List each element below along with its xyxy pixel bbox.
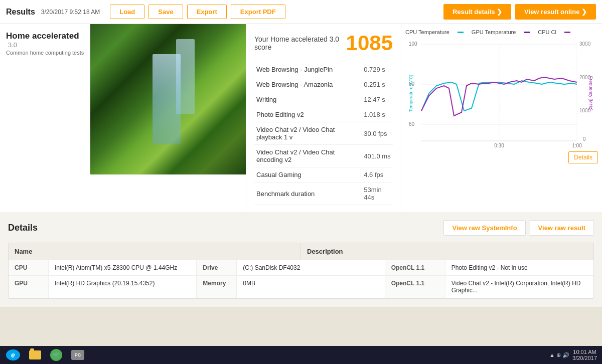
score-section: Your Home accelerated 3.0 score 1085 Web… — [246, 24, 401, 212]
detail-cpu-val: Intel(R) Atom(TM) x5-Z8300 CPU @ 1.44GHz — [49, 260, 197, 275]
metric-row: Web Browsing - JunglePin 0.729 s — [254, 62, 393, 77]
left-info: Home accelerated 3.0 Common home computi… — [0, 24, 90, 212]
load-button[interactable]: Load — [110, 5, 144, 19]
cpu-cl-legend-icon — [564, 32, 570, 33]
detail-opencl-val: Video Chat v2 - Intel(R) Corporation, In… — [445, 276, 593, 298]
suite-title: Home accelerated — [6, 31, 79, 41]
detail-drive-val: 0MB — [237, 276, 385, 298]
metric-name: Video Chat v2 / Video Chat playback 1 v — [254, 122, 354, 145]
detail-opencl-label: OpenCL 1.1 — [385, 260, 445, 275]
gpu-temp-legend-label: GPU Temperature — [472, 29, 516, 35]
detail-opencl-val: Photo Editing v2 - Not in use — [445, 260, 593, 275]
suite-version: 3.0 — [8, 41, 17, 49]
metric-name: Web Browsing - JunglePin — [254, 62, 354, 77]
metric-name: Video Chat v2 / Video Chat encoding v2 — [254, 145, 354, 167]
svg-text:60: 60 — [409, 121, 415, 127]
detail-cpu-label: GPU — [9, 276, 49, 298]
view-raw-result-button[interactable]: View raw result — [530, 220, 594, 236]
metric-row: Video Chat v2 / Video Chat playback 1 v … — [254, 122, 393, 145]
thumbnail — [90, 24, 246, 174]
metric-name: Writing — [254, 92, 354, 107]
svg-text:Frequency [MHz]: Frequency [MHz] — [588, 76, 593, 111]
svg-text:0:30: 0:30 — [494, 143, 504, 148]
gpu-temp-legend-icon — [524, 32, 530, 33]
view-raw-sysinfo-button[interactable]: View raw SystemInfo — [443, 220, 525, 236]
metric-value: 53min 44s — [354, 183, 393, 205]
chart-svg: 100 80 60 Temperature [A°C] 3000 2000 10… — [405, 38, 598, 148]
detail-cpu-label: CPU — [9, 260, 49, 275]
results-label: Results — [6, 8, 35, 17]
save-button[interactable]: Save — [148, 5, 183, 19]
details-name-desc-row: Name Description — [9, 243, 593, 260]
metric-row: Photo Editing v2 1.018 s — [254, 107, 393, 122]
results-date: 3/20/2017 9:52:18 AM — [41, 9, 100, 16]
name-header: Name — [9, 243, 301, 260]
detail-drive-val: (C:) SanDisk DF4032 — [237, 260, 385, 275]
details-section: Details View raw SystemInfo View raw res… — [0, 212, 602, 307]
home-section: Home accelerated 3.0 Common home computi… — [0, 24, 602, 212]
metric-value: 4.6 fps — [354, 167, 393, 183]
result-details-button[interactable]: Result details ❯ — [443, 4, 511, 20]
chart-container: 100 80 60 Temperature [A°C] 3000 2000 10… — [405, 38, 598, 163]
metric-row: Writing 12.47 s — [254, 92, 393, 107]
top-bar: Results 3/20/2017 9:52:18 AM Load Save E… — [0, 0, 602, 24]
svg-text:Temperature [A°C]: Temperature [A°C] — [408, 75, 413, 112]
details-rows-container: CPU Intel(R) Atom(TM) x5-Z8300 CPU @ 1.4… — [9, 260, 593, 298]
suite-title-row: Home accelerated 3.0 — [6, 31, 84, 49]
details-header: Details View raw SystemInfo View raw res… — [8, 220, 594, 236]
metric-row: Video Chat v2 / Video Chat encoding v2 4… — [254, 145, 393, 167]
cpu-temp-legend-label: CPU Temperature — [405, 29, 449, 35]
metric-value: 401.0 ms — [354, 145, 393, 167]
metric-value: 12.47 s — [354, 92, 393, 107]
suite-subtitle: Common home computing tests — [6, 50, 84, 56]
svg-text:0: 0 — [583, 136, 586, 142]
detail-opencl-label: OpenCL 1.1 — [385, 276, 445, 298]
metric-value: 1.018 s — [354, 107, 393, 122]
metric-name: Benchmark duration — [254, 183, 354, 205]
metrics-table: Web Browsing - JunglePin 0.729 s Web Bro… — [254, 62, 393, 205]
metric-value: 30.0 fps — [354, 122, 393, 145]
chart-details-button[interactable]: Details — [568, 151, 598, 163]
detail-drive-label: Memory — [197, 276, 237, 298]
metric-value: 0.251 s — [354, 77, 393, 92]
detail-row: GPU Intel(R) HD Graphics (20.19.15.4352)… — [9, 276, 593, 298]
export-button[interactable]: Export — [187, 5, 227, 19]
details-table: Name Description CPU Intel(R) Atom(TM) x… — [8, 243, 594, 299]
metric-name: Photo Editing v2 — [254, 107, 354, 122]
metric-name: Casual Gaming — [254, 167, 354, 183]
description-header: Description — [301, 243, 593, 260]
cpu-cl-legend-label: CPU Cl — [538, 29, 556, 35]
metric-name: Web Browsing - Amazonia — [254, 77, 354, 92]
detail-cpu-val: Intel(R) HD Graphics (20.19.15.4352) — [49, 276, 197, 298]
detail-row: CPU Intel(R) Atom(TM) x5-Z8300 CPU @ 1.4… — [9, 260, 593, 276]
metric-value: 0.729 s — [354, 62, 393, 77]
score-label: Your Home accelerated 3.0 score — [254, 35, 346, 51]
view-result-online-button[interactable]: View result online ❯ — [515, 4, 596, 20]
svg-text:3000: 3000 — [579, 41, 591, 47]
score-value: 1085 — [346, 31, 393, 55]
metric-row: Casual Gaming 4.6 fps — [254, 167, 393, 183]
chart-section: CPU Temperature GPU Temperature CPU Cl 1… — [401, 24, 602, 212]
metric-row: Benchmark duration 53min 44s — [254, 183, 393, 205]
details-title: Details — [8, 223, 439, 233]
cpu-temp-legend-icon — [458, 32, 464, 33]
svg-text:1:00: 1:00 — [572, 143, 582, 148]
main-card: Home accelerated 3.0 Common home computi… — [0, 24, 602, 212]
chart-legend: CPU Temperature GPU Temperature CPU Cl — [405, 29, 598, 35]
export-pdf-button[interactable]: Export PDF — [231, 5, 285, 19]
thumbnail-image — [90, 24, 246, 174]
metric-row: Web Browsing - Amazonia 0.251 s — [254, 77, 393, 92]
detail-drive-label: Drive — [197, 260, 237, 275]
svg-text:100: 100 — [409, 41, 417, 47]
score-header: Your Home accelerated 3.0 score 1085 — [254, 31, 393, 55]
